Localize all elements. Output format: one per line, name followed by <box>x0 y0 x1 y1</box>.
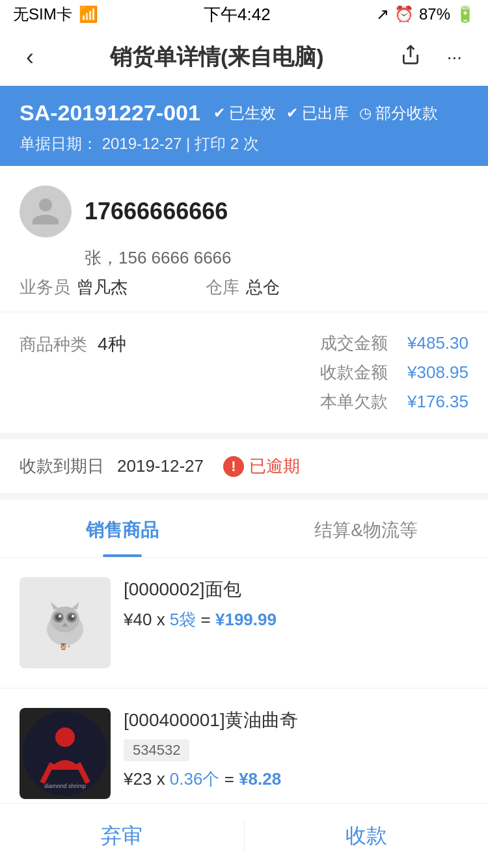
customer-meta: 业务员 曾凡杰 仓库 总仓 <box>20 276 468 299</box>
tab-settlement[interactable]: 结算&物流等 <box>244 500 488 557</box>
gps-icon: ↗ <box>376 5 389 23</box>
product-image-1: 🦉+ <box>20 577 111 668</box>
due-label: 收款到期日 <box>20 455 104 478</box>
due-date: 2019-12-27 <box>117 456 204 476</box>
customer-sub-info: 张，156 6666 6666 <box>20 247 468 269</box>
overdue-icon: ! <box>223 456 244 477</box>
order-header-top: SA-20191227-001 ✔ 已生效 ✔ 已出库 ◷ 部分收款 <box>20 100 468 126</box>
order-date-row: 单据日期： 2019-12-27 | 打印 2 次 <box>20 133 468 154</box>
receipt-row: 收款金额 ¥308.95 <box>310 361 468 384</box>
status-bar: 无SIM卡 📶 下午4:42 ↗ ⏰ 87% 🔋 <box>0 0 488 29</box>
status-right: ↗ ⏰ 87% 🔋 <box>376 5 475 23</box>
tabs-section: 销售商品 结算&物流等 <box>0 493 488 558</box>
svg-point-9 <box>72 615 74 617</box>
debt-row: 本单欠款 ¥176.35 <box>310 390 468 413</box>
price-total-2: ¥8.28 <box>239 769 281 789</box>
cancel-review-label: 弃审 <box>101 822 142 850</box>
price-qty-2: 0.36个 <box>170 769 220 789</box>
wifi-icon: 📶 <box>79 5 98 23</box>
cancel-review-button[interactable]: 弃审 <box>0 804 244 868</box>
product-type-summary: 商品种类 4种 <box>20 332 126 357</box>
status-badges: ✔ 已生效 ✔ 已出库 ◷ 部分收款 <box>213 103 438 124</box>
debt-label: 本单欠款 <box>310 390 388 413</box>
clock-icon: ◷ <box>359 105 372 122</box>
badge-shipped-text: 已出库 <box>302 103 349 124</box>
svg-point-6 <box>55 614 62 621</box>
warehouse-value: 总仓 <box>246 276 280 299</box>
alarm-icon: ⏰ <box>394 5 414 23</box>
product-info-2: [000400001]黄油曲奇 534532 ¥23 x 0.36个 = ¥8.… <box>124 708 468 791</box>
product-price-2: ¥23 x 0.36个 = ¥8.28 <box>124 768 468 791</box>
amount-summary: 成交金额 ¥485.30 收款金额 ¥308.95 本单欠款 ¥176.35 <box>310 332 468 413</box>
tab-underline <box>103 554 142 557</box>
order-date: 2019-12-27 <box>102 135 182 152</box>
page-title: 销货单详情(来自电脑) <box>110 42 324 72</box>
nav-actions: ··· <box>394 38 468 76</box>
svg-text:🦉+: 🦉+ <box>59 642 71 651</box>
tab-products[interactable]: 销售商品 <box>0 500 244 557</box>
svg-point-7 <box>68 614 75 621</box>
collect-label: 收款 <box>346 822 387 850</box>
svg-text:diamond shrimp: diamond shrimp <box>44 783 86 789</box>
date-label: 单据日期： <box>20 135 98 152</box>
product-code-2: [000400001] <box>124 710 225 730</box>
tab-settlement-label: 结算&物流等 <box>314 520 418 540</box>
product-thumbnail-1: 🦉+ <box>20 577 111 668</box>
product-code-1: [0000002] <box>124 579 205 599</box>
battery-text: 87% <box>419 5 450 23</box>
warehouse-label: 仓库 <box>206 276 239 299</box>
transaction-amount: ¥485.30 <box>407 333 468 353</box>
list-item: 🦉+ [0000002]面包 ¥40 x 5袋 = ¥199.99 <box>0 558 488 688</box>
check-icon-shipped: ✔ <box>286 105 298 122</box>
svg-point-8 <box>59 615 61 617</box>
salesman-info: 业务员 曾凡杰 <box>20 276 128 299</box>
debt-amount: ¥176.35 <box>407 392 468 412</box>
badge-partial: ◷ 部分收款 <box>359 103 438 124</box>
check-icon-effective: ✔ <box>213 105 225 122</box>
warehouse-info: 仓库 总仓 <box>206 276 280 299</box>
salesman-value: 曾凡杰 <box>77 276 128 299</box>
overdue-badge: ! 已逾期 <box>223 455 300 478</box>
overdue-text: 已逾期 <box>249 455 300 478</box>
price-base-2: ¥23 <box>124 769 152 789</box>
nav-bar: ‹ 销货单详情(来自电脑) ··· <box>0 29 488 86</box>
back-button[interactable]: ‹ <box>20 37 40 77</box>
order-header-banner: SA-20191227-001 ✔ 已生效 ✔ 已出库 ◷ 部分收款 单据日期：… <box>0 86 488 166</box>
summary-section: 商品种类 4种 成交金额 ¥485.30 收款金额 ¥308.95 本单欠款 ¥… <box>0 312 488 433</box>
transaction-row: 成交金额 ¥485.30 <box>310 332 468 355</box>
status-left: 无SIM卡 📶 <box>13 4 98 25</box>
list-item: diamond shrimp [000400001]黄油曲奇 534532 ¥2… <box>0 688 488 819</box>
receipt-label: 收款金额 <box>310 361 388 384</box>
avatar <box>20 185 72 237</box>
bottom-bar: 弃审 收款 <box>0 803 488 868</box>
salesman-label: 业务员 <box>20 276 70 299</box>
product-name-2: [000400001]黄油曲奇 <box>124 708 468 733</box>
order-id: SA-20191227-001 <box>20 100 200 126</box>
customer-section: 17666666666 张，156 6666 6666 业务员 曾凡杰 仓库 总… <box>0 166 488 312</box>
product-image-2: diamond shrimp <box>20 708 111 799</box>
collect-button[interactable]: 收款 <box>245 804 489 868</box>
price-qty-1: 5袋 <box>170 610 196 629</box>
product-list: 🦉+ [0000002]面包 ¥40 x 5袋 = ¥199.99 <box>0 558 488 819</box>
print-count: | 打印 2 次 <box>186 135 259 152</box>
customer-row: 17666666666 <box>20 185 468 237</box>
badge-shipped: ✔ 已出库 <box>286 103 349 124</box>
transaction-label: 成交金额 <box>310 332 388 355</box>
customer-name: 17666666666 <box>85 198 228 225</box>
signal-text: 无SIM卡 <box>13 4 72 25</box>
svg-point-15 <box>55 727 75 747</box>
receipt-amount: ¥308.95 <box>407 362 468 383</box>
product-type-label: 商品种类 <box>20 333 87 356</box>
tab-products-label: 销售商品 <box>86 520 159 540</box>
price-base-1: ¥40 <box>124 610 152 629</box>
product-count: 4种 <box>98 332 126 357</box>
battery-icon: 🔋 <box>455 5 475 23</box>
badge-effective: ✔ 已生效 <box>213 103 276 124</box>
due-date-section: 收款到期日 2019-12-27 ! 已逾期 <box>0 433 488 493</box>
more-button[interactable]: ··· <box>441 40 468 74</box>
product-info-1: [0000002]面包 ¥40 x 5袋 = ¥199.99 <box>124 577 468 631</box>
product-sku-2: 534532 <box>124 739 189 761</box>
share-button[interactable] <box>394 38 427 76</box>
product-thumbnail-2: diamond shrimp <box>20 708 111 799</box>
status-time: 下午4:42 <box>204 3 271 26</box>
